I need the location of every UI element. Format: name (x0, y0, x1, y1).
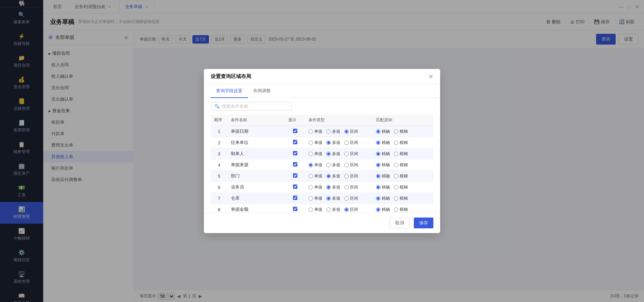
cell-show[interactable] (285, 204, 305, 213)
show-checkbox[interactable] (293, 173, 297, 178)
show-checkbox[interactable] (293, 140, 297, 144)
radio-exact-label[interactable]: 精确 (376, 140, 390, 146)
radio-fuzzy-label[interactable]: 模糊 (394, 140, 408, 146)
radio-single[interactable] (308, 152, 313, 156)
radio-fuzzy[interactable] (394, 207, 398, 212)
radio-multi-label[interactable]: 多值 (326, 140, 340, 146)
radio-multi-label[interactable]: 多值 (326, 151, 340, 157)
radio-multi[interactable] (326, 207, 331, 212)
radio-fuzzy-label[interactable]: 模糊 (394, 196, 408, 201)
show-checkbox[interactable] (293, 162, 297, 167)
show-checkbox[interactable] (293, 151, 297, 155)
radio-exact-label[interactable]: 精确 (376, 173, 390, 179)
radio-exact-label[interactable]: 精确 (376, 151, 390, 157)
radio-fuzzy[interactable] (394, 141, 398, 145)
radio-range[interactable] (344, 196, 349, 201)
cell-match[interactable]: 精确 模糊 (373, 148, 433, 159)
radio-range-label[interactable]: 区间 (344, 196, 358, 201)
radio-range[interactable] (344, 141, 349, 145)
show-checkbox[interactable] (293, 184, 297, 189)
radio-exact[interactable] (376, 174, 380, 178)
radio-range-label[interactable]: 区间 (344, 129, 358, 134)
cell-type[interactable]: 单值 多值 区间 (305, 193, 373, 204)
radio-fuzzy[interactable] (394, 174, 398, 178)
cancel-button[interactable]: 取消 (390, 218, 410, 228)
radio-exact-label[interactable]: 精确 (376, 196, 390, 201)
radio-fuzzy-label[interactable]: 模糊 (394, 173, 408, 179)
radio-single-label[interactable]: 单值 (308, 207, 322, 212)
radio-exact[interactable] (376, 163, 380, 167)
radio-exact-label[interactable]: 精确 (376, 207, 390, 212)
radio-single[interactable] (308, 207, 313, 212)
cell-match[interactable]: 精确 模糊 (373, 171, 433, 182)
radio-single[interactable] (308, 129, 313, 134)
radio-range[interactable] (344, 129, 349, 134)
radio-exact[interactable] (376, 141, 380, 145)
cell-type[interactable]: 单值 多值 区间 (305, 204, 373, 213)
radio-multi[interactable] (326, 174, 331, 178)
radio-exact[interactable] (376, 129, 380, 134)
radio-single-label[interactable]: 单值 (308, 151, 322, 157)
show-checkbox[interactable] (293, 207, 297, 211)
show-checkbox[interactable] (293, 196, 297, 200)
radio-single-label[interactable]: 单值 (308, 129, 322, 134)
radio-exact-label[interactable]: 精确 (376, 184, 390, 190)
radio-range-label[interactable]: 区间 (344, 207, 358, 212)
cell-show[interactable] (285, 193, 305, 204)
radio-range[interactable] (344, 152, 349, 156)
radio-multi[interactable] (326, 141, 331, 145)
radio-multi-label[interactable]: 多值 (326, 207, 340, 212)
radio-fuzzy[interactable] (394, 152, 398, 156)
radio-multi[interactable] (326, 152, 331, 156)
radio-fuzzy-label[interactable]: 模糊 (394, 207, 408, 212)
cell-type[interactable]: 单值 多值 区间 (305, 182, 373, 193)
dialog-close-button[interactable]: ✕ (428, 73, 433, 80)
cell-match[interactable]: 精确 模糊 (373, 182, 433, 193)
cell-type[interactable]: 单值 多值 区间 (305, 148, 373, 159)
radio-single-label[interactable]: 单值 (308, 162, 322, 168)
radio-fuzzy[interactable] (394, 129, 398, 134)
dialog-tab-layout[interactable]: 布局调整 (248, 84, 276, 98)
cell-show[interactable] (285, 126, 305, 137)
radio-range-label[interactable]: 区间 (344, 140, 358, 146)
cell-show[interactable] (285, 159, 305, 171)
radio-range-label[interactable]: 区间 (344, 151, 358, 157)
cell-type[interactable]: 单值 多值 区间 (305, 137, 373, 148)
radio-single[interactable] (308, 185, 313, 190)
cell-match[interactable]: 精确 模糊 (373, 159, 433, 171)
radio-range[interactable] (344, 174, 349, 178)
radio-single-label[interactable]: 单值 (308, 196, 322, 201)
radio-multi[interactable] (326, 129, 331, 134)
cell-show[interactable] (285, 171, 305, 182)
radio-exact-label[interactable]: 精确 (376, 162, 390, 168)
radio-multi-label[interactable]: 多值 (326, 173, 340, 179)
radio-fuzzy[interactable] (394, 163, 398, 167)
radio-exact[interactable] (376, 207, 380, 212)
radio-single[interactable] (308, 141, 313, 145)
radio-range[interactable] (344, 185, 349, 190)
cell-show[interactable] (285, 182, 305, 193)
radio-exact[interactable] (376, 152, 380, 156)
dialog-tab-fields[interactable]: 查询字段设置 (211, 84, 248, 98)
dialog-search-input[interactable] (222, 104, 288, 109)
radio-range-label[interactable]: 区间 (344, 173, 358, 179)
radio-multi-label[interactable]: 多值 (326, 196, 340, 201)
radio-range[interactable] (344, 163, 349, 167)
radio-multi[interactable] (326, 196, 331, 201)
radio-single-label[interactable]: 单值 (308, 140, 322, 146)
radio-fuzzy-label[interactable]: 模糊 (394, 184, 408, 190)
radio-multi[interactable] (326, 163, 331, 167)
radio-exact[interactable] (376, 185, 380, 190)
cell-type[interactable]: 单值 多值 区间 (305, 171, 373, 182)
radio-multi-label[interactable]: 多值 (326, 184, 340, 190)
cell-type[interactable]: 单值 多值 区间 (305, 159, 373, 171)
radio-fuzzy[interactable] (394, 185, 398, 190)
radio-single[interactable] (308, 196, 313, 201)
radio-fuzzy[interactable] (394, 196, 398, 201)
radio-range-label[interactable]: 区间 (344, 162, 358, 168)
radio-multi-label[interactable]: 多值 (326, 129, 340, 134)
dialog-save-button[interactable]: 保存 (414, 218, 433, 228)
radio-single[interactable] (308, 163, 313, 167)
cell-match[interactable]: 精确 模糊 (373, 204, 433, 213)
radio-range[interactable] (344, 207, 349, 212)
